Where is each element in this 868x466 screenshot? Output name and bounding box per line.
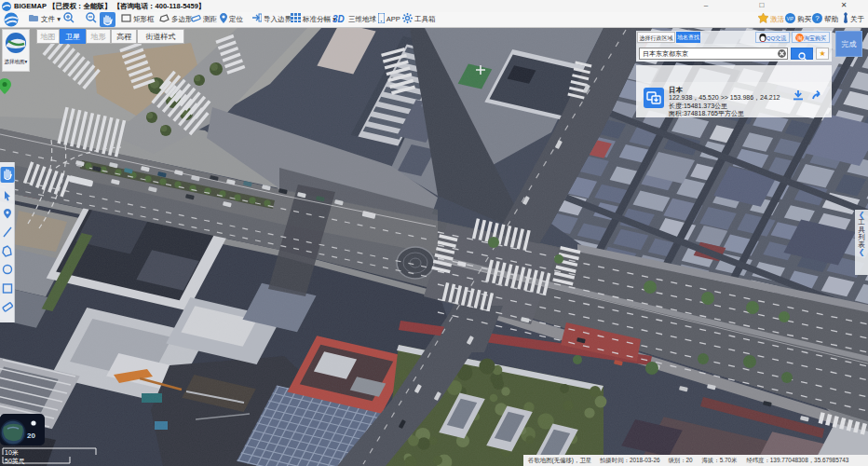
svg-text:VIP: VIP bbox=[787, 17, 793, 21]
svg-text:?: ? bbox=[815, 14, 820, 22]
svg-text:10米: 10米 bbox=[5, 449, 19, 456]
svg-text:50英尺: 50英尺 bbox=[5, 458, 25, 465]
svg-text:淘: 淘 bbox=[797, 35, 803, 41]
